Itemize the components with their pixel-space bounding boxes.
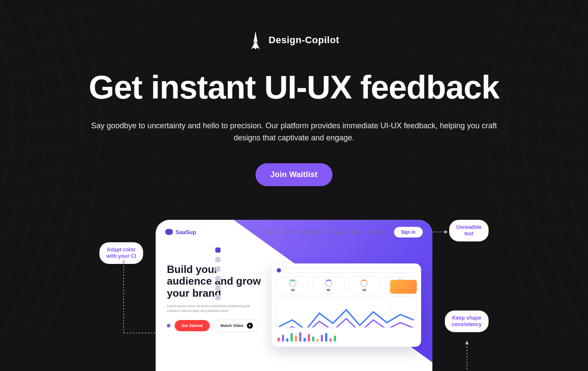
mock-nav-item: Features ▾ bbox=[302, 230, 323, 235]
mock-sidebar-icons bbox=[215, 247, 220, 300]
brand-name: Design-Copilot bbox=[268, 35, 339, 46]
mock-hero-copy: Build your audience and grow your brand … bbox=[167, 263, 262, 347]
hero-subtitle: Say goodbye to uncertainty and hello to … bbox=[91, 120, 497, 144]
mock-signin-button: Sign In bbox=[394, 227, 423, 238]
annotation-unreadable-text: Unreadbletext bbox=[449, 220, 489, 241]
play-icon bbox=[247, 323, 253, 329]
svg-marker-5 bbox=[444, 230, 448, 234]
mock-get-started-button: Get Started bbox=[175, 320, 210, 331]
mock-dash-logo-icon bbox=[277, 268, 281, 273]
mock-dashboard: 26462876 bbox=[272, 263, 421, 347]
mock-lorem: Lorem ipsum dolor sit amet consectetur a… bbox=[167, 304, 258, 313]
mock-nav-item: Blog bbox=[352, 230, 361, 235]
mock-watch-video-button: Watch Video bbox=[214, 319, 259, 332]
mock-watch-video-label: Watch Video bbox=[220, 323, 244, 328]
annotation-shape-consistency: Keep shapeconsistency bbox=[445, 311, 489, 332]
mock-nav-item: Pages ▾ bbox=[330, 230, 345, 235]
mock-kpi: 26 bbox=[277, 276, 309, 294]
mock-search-input bbox=[284, 268, 416, 273]
mock-nav-item: About bbox=[284, 230, 295, 235]
cloud-icon bbox=[165, 229, 173, 235]
logo-icon bbox=[249, 31, 262, 49]
mock-headline: Build your audience and grow your brand bbox=[167, 263, 262, 299]
mock-nav-item: Home bbox=[266, 230, 278, 235]
mock-header: SaaSup HomeAboutFeatures ▾Pages ▾BlogCar… bbox=[156, 220, 432, 238]
mock-transactions-card bbox=[390, 296, 417, 313]
mock-nav: HomeAboutFeatures ▾Pages ▾BlogCart (0) bbox=[266, 230, 383, 235]
mock-logo: SaaSup bbox=[165, 229, 196, 235]
mock-kpi: 28 bbox=[348, 276, 380, 294]
svg-marker-8 bbox=[465, 341, 469, 344]
brand: Design-Copilot bbox=[249, 31, 339, 49]
mock-website: SaaSup HomeAboutFeatures ▾Pages ▾BlogCar… bbox=[156, 220, 432, 371]
join-waitlist-button[interactable]: Join Waitlist bbox=[256, 163, 332, 186]
hero-title: Get instant UI-UX feedback bbox=[89, 71, 499, 104]
mock-bar-chart bbox=[277, 331, 416, 342]
mock-kpi: 46 bbox=[313, 276, 345, 294]
hero-illustration: Adapt colorwith your CI Unreadbletext Ke… bbox=[99, 220, 489, 371]
mock-brand-name: SaaSup bbox=[176, 229, 196, 235]
bullet-icon bbox=[167, 324, 170, 327]
annotation-adapt-color: Adapt colorwith your CI bbox=[99, 242, 143, 264]
mock-credit-card bbox=[390, 280, 417, 294]
mock-nav-item: Cart (0) bbox=[368, 230, 383, 235]
